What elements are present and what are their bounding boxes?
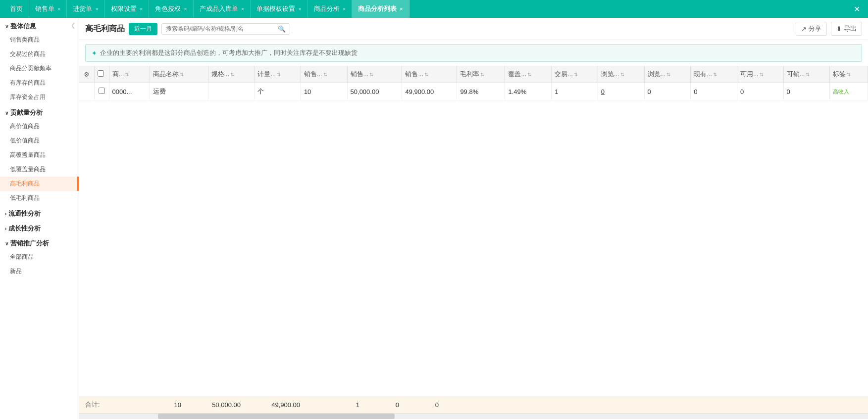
close-all-button[interactable]: ✕ <box>850 4 864 14</box>
sidebar-item-1-4[interactable]: 高毛利商品 <box>0 177 79 191</box>
col-sort-browse1[interactable]: ⇅ <box>620 72 624 77</box>
nav-tab-1[interactable]: 销售单× <box>29 0 67 18</box>
table-container[interactable]: ⚙商...⇅商品名称⇅规格...⇅计量...⇅销售...⇅销售...⇅销售...… <box>79 66 868 396</box>
col-header-unit[interactable]: 计量...⇅ <box>255 66 301 83</box>
scrollbar-thumb[interactable] <box>158 414 395 419</box>
nav-tab-5[interactable]: 产成品入库单× <box>194 0 251 18</box>
sidebar-item-1-5[interactable]: 低毛利商品 <box>0 191 79 205</box>
col-header-checkbox[interactable] <box>94 66 109 83</box>
col-sort-gross_margin[interactable]: ⇅ <box>480 72 484 77</box>
sidebar-group-4[interactable]: ∨营销推广分析 <box>0 235 79 250</box>
col-header-available_stock[interactable]: 可用...⇅ <box>737 66 783 83</box>
col-header-gross_margin[interactable]: 毛利率⇅ <box>457 66 505 83</box>
col-header-browse2[interactable]: 浏览...⇅ <box>644 66 691 83</box>
col-sort-tag[interactable]: ⇅ <box>847 72 851 77</box>
col-sort-available_stock[interactable]: ⇅ <box>760 72 764 77</box>
total-transaction: 1 <box>303 401 362 409</box>
nav-tab-4[interactable]: 角色授权× <box>149 0 193 18</box>
col-sort-sales_profit[interactable]: ⇅ <box>424 72 428 77</box>
sidebar-item-4-0[interactable]: 全部商品 <box>0 250 79 264</box>
col-header-transaction[interactable]: 交易...⇅ <box>552 66 598 83</box>
sidebar-item-0-0[interactable]: 销售类商品 <box>0 33 79 47</box>
table-row: 0000...运费个1050,000.0049,900.0099.8%1.49%… <box>79 83 868 100</box>
sidebar-group-label-1: 贡献量分析 <box>10 108 43 117</box>
col-sort-spec[interactable]: ⇅ <box>230 72 234 77</box>
total-available-stock: 0 <box>402 401 442 409</box>
nav-tab-close-2[interactable]: × <box>95 6 98 12</box>
col-sort-sales_qty[interactable]: ⇅ <box>323 72 327 77</box>
sidebar-item-4-1[interactable]: 新品 <box>0 264 79 279</box>
nav-tab-close-6[interactable]: × <box>298 6 301 12</box>
col-sort-unit[interactable]: ⇅ <box>277 72 281 77</box>
col-header-settings[interactable]: ⚙ <box>79 66 94 83</box>
sidebar-item-1-1[interactable]: 低价值商品 <box>0 134 79 148</box>
col-sort-coverage[interactable]: ⇅ <box>527 72 531 77</box>
export-icon: ⬇ <box>836 25 842 33</box>
sidebar-group-1[interactable]: ∨贡献量分析 <box>0 104 79 119</box>
col-header-coverage[interactable]: 覆盖...⇅ <box>505 66 552 83</box>
col-header-sales_amount[interactable]: 销售...⇅ <box>347 66 402 83</box>
select-all-checkbox[interactable] <box>98 70 104 77</box>
sidebar-item-0-1[interactable]: 交易过的商品 <box>0 47 79 61</box>
main-layout: 《 ∨整体信息销售类商品交易过的商品商品分贡献频率有库存的商品库存资金占用∨贡献… <box>0 18 868 419</box>
nav-tab-3[interactable]: 权限设置× <box>105 0 149 18</box>
export-button[interactable]: ⬇ 导出 <box>831 22 862 36</box>
sidebar-item-1-0[interactable]: 高价值商品 <box>0 119 79 134</box>
info-text: 企业的主要的利润都是这部分商品创造的，可考虑加大推广，同时关注库存是不要出现缺货 <box>100 48 357 57</box>
share-button[interactable]: ↗ 分享 <box>796 22 827 36</box>
nav-tab-8[interactable]: 商品分析列表× <box>352 0 409 18</box>
nav-tab-close-4[interactable]: × <box>184 6 187 12</box>
col-sort-sellable_stock[interactable]: ⇅ <box>806 72 810 77</box>
col-header-sellable_stock[interactable]: 可销...⇅ <box>783 66 830 83</box>
info-icon: ✦ <box>92 49 97 57</box>
page-title: 高毛利商品 <box>85 24 125 34</box>
col-sort-transaction[interactable]: ⇅ <box>574 72 578 77</box>
cell-sellable_stock-0: 0 <box>783 83 830 100</box>
nav-tab-close-1[interactable]: × <box>57 6 60 12</box>
sidebar-group-arrow-4: ∨ <box>5 241 8 246</box>
nav-tab-7[interactable]: 商品分析× <box>308 0 352 18</box>
col-sort-sales_amount[interactable]: ⇅ <box>369 72 373 77</box>
sidebar-group-0[interactable]: ∨整体信息 <box>0 18 79 33</box>
total-current-stock: 0 <box>362 401 402 409</box>
sidebar-collapse-button[interactable]: 《 <box>68 22 75 31</box>
col-header-sales_qty[interactable]: 销售...⇅ <box>301 66 347 83</box>
nav-tab-close-3[interactable]: × <box>140 6 143 12</box>
content-header: 高毛利商品 近一月 🔍 ↗ 分享 ⬇ 导出 <box>79 18 868 40</box>
nav-tab-6[interactable]: 单据模板设置× <box>251 0 307 18</box>
search-icon[interactable]: 🔍 <box>278 25 286 33</box>
nav-tab-close-5[interactable]: × <box>241 6 244 12</box>
sidebar-item-1-3[interactable]: 低覆盖量商品 <box>0 162 79 177</box>
nav-tab-2[interactable]: 进货单× <box>67 0 104 18</box>
total-sales-amount: 50,000.00 <box>184 401 244 409</box>
col-sort-name[interactable]: ⇅ <box>180 72 184 77</box>
col-sort-current_stock[interactable]: ⇅ <box>713 72 717 77</box>
col-sort-browse2[interactable]: ⇅ <box>666 72 670 77</box>
col-header-sales_profit[interactable]: 销售...⇅ <box>402 66 457 83</box>
col-header-name[interactable]: 商品名称⇅ <box>150 66 208 83</box>
col-header-tag[interactable]: 标签⇅ <box>830 66 868 83</box>
cell-checkbox-0[interactable] <box>94 83 109 100</box>
info-banner: ✦ 企业的主要的利润都是这部分商品创造的，可考虑加大推广，同时关注库存是不要出现… <box>85 44 862 62</box>
browse1-val-0: 0 <box>601 88 605 95</box>
nav-tab-0[interactable]: 首页 <box>4 0 29 18</box>
col-header-spec[interactable]: 规格...⇅ <box>208 66 255 83</box>
sidebar-group-3[interactable]: ›成长性分析 <box>0 220 79 235</box>
nav-tab-close-7[interactable]: × <box>343 6 346 12</box>
col-header-browse1[interactable]: 浏览...⇅ <box>598 66 644 83</box>
col-header-code[interactable]: 商...⇅ <box>109 66 150 83</box>
sidebar-item-0-3[interactable]: 有库存的商品 <box>0 76 79 90</box>
sidebar-item-0-2[interactable]: 商品分贡献频率 <box>0 61 79 76</box>
search-input[interactable] <box>166 25 278 32</box>
col-label-tag: 标签 <box>833 70 846 78</box>
nav-tab-close-8[interactable]: × <box>400 6 403 12</box>
filter-recent-month-button[interactable]: 近一月 <box>129 23 157 35</box>
col-header-current_stock[interactable]: 现有...⇅ <box>691 66 737 83</box>
sidebar-group-2[interactable]: ›流通性分析 <box>0 205 79 220</box>
horizontal-scrollbar[interactable] <box>79 413 868 419</box>
cell-available_stock-0: 0 <box>737 83 783 100</box>
row-checkbox-0[interactable] <box>99 88 105 94</box>
col-sort-code[interactable]: ⇅ <box>125 72 129 77</box>
sidebar-item-0-4[interactable]: 库存资金占用 <box>0 90 79 104</box>
sidebar-item-1-2[interactable]: 高覆盖量商品 <box>0 148 79 162</box>
